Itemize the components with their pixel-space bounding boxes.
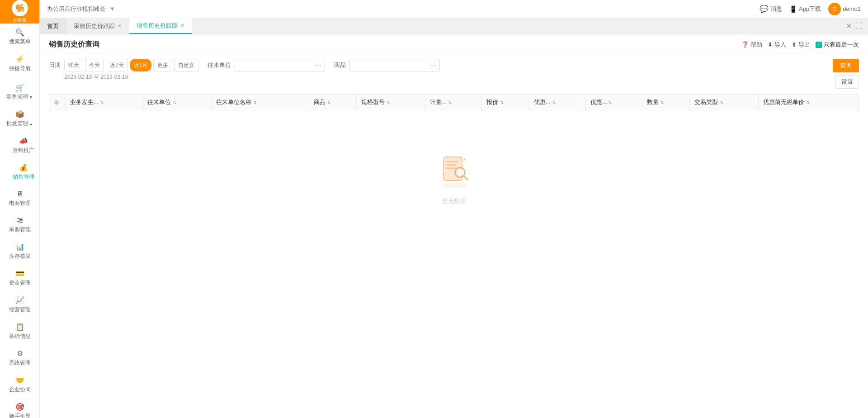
date-btn-7days[interactable]: 近7天 (106, 59, 128, 71)
sort-counterparty-code-icon[interactable]: ⇅ (173, 100, 176, 105)
app-download-btn[interactable]: 📱 App下载 (789, 5, 821, 13)
th-discount2[interactable]: 优惠... ⇅ (585, 95, 642, 110)
close-all-tabs-btn[interactable]: ✕ (846, 22, 852, 30)
sidebar-item-system[interactable]: ⚙ 系统管理 (0, 345, 40, 371)
sidebar-item-label: 营销推广 (13, 147, 34, 154)
th-unit[interactable]: 计量... ⇅ (425, 95, 482, 110)
th-quote-price[interactable]: 报价 ⇅ (481, 95, 529, 110)
table-container: ⚙ 业务发生... ⇅ 往来单位 ⇅ 往来单位名称 ⇅ (40, 94, 868, 242)
sidebar-item-label: 新手引导 (9, 413, 31, 418)
export-btn[interactable]: ⬆ 导出 (792, 41, 810, 49)
page-header: 销售历史价查询 ❓ 帮助 ⬇ 导入 ⬆ 导出 ✓ 只 (40, 34, 868, 53)
only-last-checkbox-label[interactable]: ✓ 只看最后一次 (816, 41, 859, 49)
sidebar-item-inventory[interactable]: 📊 库存核算 (0, 238, 40, 265)
th-quantity[interactable]: 数量 ⇅ (642, 95, 689, 110)
sort-quote-price-icon[interactable]: ⇅ (500, 100, 504, 105)
sort-quantity-icon[interactable]: ⇅ (660, 100, 664, 105)
counterparty-picker-btn[interactable]: ··· (315, 61, 321, 69)
sidebar-item-wholesale[interactable]: 📦 批发管理▲ (0, 105, 40, 132)
tab-purchase-history[interactable]: 采购历史价跟踪 ✕ (66, 18, 129, 34)
th-product[interactable]: 商品 ⇅ (309, 95, 356, 110)
sort-pre-tax-price-icon[interactable]: ⇅ (806, 100, 810, 105)
date-btn-1month[interactable]: 近1月 (130, 59, 152, 71)
sidebar-item-operation[interactable]: 📈 经营管理 (0, 291, 40, 318)
import-btn[interactable]: ⬇ 导入 (768, 41, 786, 49)
th-counterparty-name[interactable]: 往来单位名称 ⇅ (212, 95, 309, 110)
import-label: 导入 (774, 41, 786, 49)
svg-rect-3 (446, 164, 456, 166)
message-btn[interactable]: 💬 消息 (760, 5, 782, 13)
filter-settings-btn[interactable]: 设置 (835, 75, 859, 89)
th-trade-type[interactable]: 交易类型 ⇅ (689, 95, 758, 110)
sidebar-item-shortcut[interactable]: ⚡ 快捷导航 (0, 50, 40, 77)
query-btn[interactable]: 查询 (833, 59, 859, 72)
th-discount1[interactable]: 优惠... ⇅ (529, 95, 586, 110)
counterparty-input[interactable]: ··· (235, 59, 325, 71)
th-spec[interactable]: 规格型号 ⇅ (357, 95, 425, 110)
sort-discount2-icon[interactable]: ⇅ (609, 100, 612, 105)
th-pre-tax-price[interactable]: 优惠前无税单价 ⇅ (758, 95, 859, 110)
app-download-icon: 📱 (789, 5, 797, 13)
sort-spec-icon[interactable]: ⇅ (387, 100, 390, 105)
purchase-icon: 🛍 (16, 216, 24, 224)
svg-rect-2 (446, 161, 458, 162)
sidebar-item-guide[interactable]: 🎯 新手引导 (0, 398, 40, 418)
th-counterparty-code[interactable]: 往来单位 ⇅ (143, 95, 212, 110)
table-header-row: ⚙ 业务发生... ⇅ 往来单位 ⇅ 往来单位名称 ⇅ (49, 95, 859, 110)
svg-rect-4 (446, 167, 457, 169)
sidebar-item-label: 企业协同 (9, 386, 31, 394)
sidebar-item-purchase[interactable]: 🛍 采购管理 (0, 212, 40, 238)
product-input[interactable]: ··· (349, 59, 440, 71)
sidebar-item-finance[interactable]: 💳 资金管理 (0, 265, 40, 291)
sidebar-item-retail[interactable]: 🛒 零售管理▼ (0, 79, 40, 105)
counterparty-filter-group: 往来单位 ··· (208, 59, 325, 71)
svg-text:✦: ✦ (463, 157, 467, 162)
product-picker-btn[interactable]: ··· (430, 61, 436, 69)
date-buttons: 昨天 今天 近7天 近1月 更多 自定义 (64, 59, 198, 71)
operation-icon: 📈 (15, 296, 24, 304)
sort-unit-icon[interactable]: ⇅ (448, 100, 452, 105)
sidebar-item-search[interactable]: 🔍 搜索菜单 (0, 24, 40, 50)
th-biz-date[interactable]: 业务发生... ⇅ (66, 95, 143, 110)
table-settings-icon[interactable]: ⚙ (54, 99, 59, 106)
only-last-label: 只看最后一次 (824, 41, 859, 49)
sidebar-logo: 畅 标推版 (0, 0, 40, 24)
sort-biz-date-icon[interactable]: ⇅ (100, 100, 104, 105)
table-header: ⚙ 业务发生... ⇅ 往来单位 ⇅ 往来单位名称 ⇅ (49, 95, 859, 110)
sort-counterparty-name-icon[interactable]: ⇅ (253, 100, 257, 105)
sort-discount1-icon[interactable]: ⇅ (552, 100, 556, 105)
date-btn-yesterday[interactable]: 昨天 (64, 59, 83, 71)
date-btn-custom[interactable]: 自定义 (174, 59, 198, 71)
counterparty-text-input[interactable] (239, 62, 315, 69)
sidebar-item-sales[interactable]: 💰 销售管理 (0, 159, 40, 185)
only-last-checkbox[interactable]: ✓ (816, 42, 822, 48)
topbar-left: 办公用品行业模拟账套 ▼ (47, 5, 115, 13)
filter-right-actions: 查询 设置 (833, 59, 859, 89)
date-btn-more[interactable]: 更多 (153, 59, 172, 71)
empty-svg: ✦ ✦ (434, 149, 474, 190)
sidebar-item-label: 资金管理 (9, 279, 31, 287)
tab-purchase-history-close[interactable]: ✕ (118, 23, 122, 29)
product-text-input[interactable] (354, 62, 430, 69)
product-label: 商品 (334, 59, 346, 71)
retail-icon: 🛒 (15, 83, 24, 92)
maximize-btn[interactable]: ⛶ (855, 22, 863, 30)
sort-trade-type-icon[interactable]: ⇅ (720, 100, 723, 105)
th-discount1-label: 优惠... (534, 99, 551, 105)
user-menu[interactable]: D demo2 (828, 3, 861, 15)
sidebar-item-basic[interactable]: 📋 基础信息 (0, 318, 40, 345)
main-area: 办公用品行业模拟账套 ▼ 💬 消息 📱 App下载 D demo2 首页 (40, 0, 868, 418)
date-filter-label: 日期 (49, 59, 61, 71)
date-btn-today[interactable]: 今天 (85, 59, 104, 71)
help-btn[interactable]: ❓ 帮助 (741, 41, 762, 49)
sidebar-item-marketing[interactable]: 📣 营销推广 (0, 132, 40, 159)
sort-product-icon[interactable]: ⇅ (327, 100, 331, 105)
sidebar-item-ecommerce[interactable]: 🖥 电商管理 (0, 185, 40, 212)
app-selector-arrow[interactable]: ▼ (109, 5, 115, 12)
tab-home[interactable]: 首页 (40, 18, 66, 34)
topbar: 办公用品行业模拟账套 ▼ 💬 消息 📱 App下载 D demo2 (40, 0, 868, 18)
logo-icon: 畅 (12, 0, 28, 16)
tab-sales-history-close[interactable]: ✕ (180, 23, 184, 28)
sidebar-item-enterprise[interactable]: 🤝 企业协同 (0, 371, 40, 398)
tab-sales-history[interactable]: 销售历史价跟踪 ✕ (129, 18, 192, 34)
